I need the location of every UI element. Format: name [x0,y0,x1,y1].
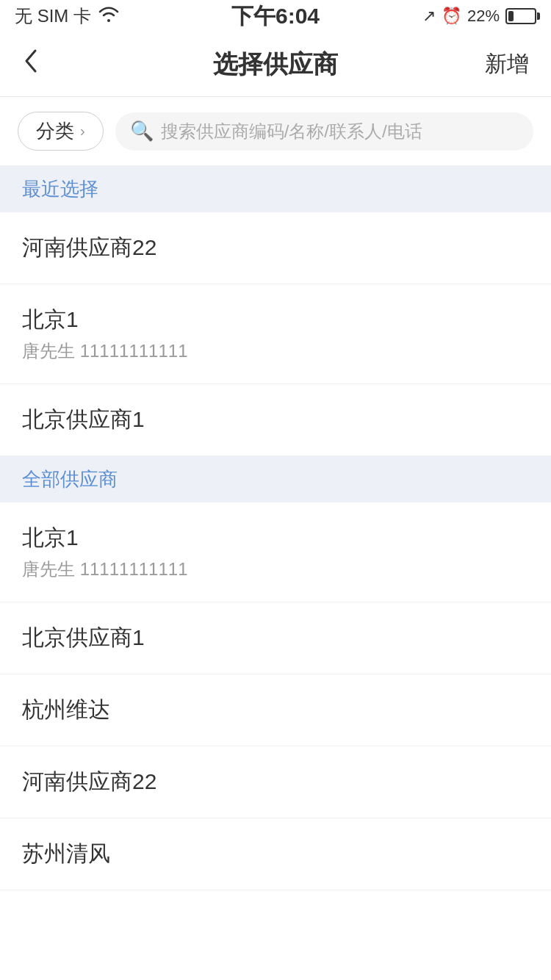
carrier-label: 无 SIM 卡 [15,4,91,28]
all-section-header: 全部供应商 [0,456,551,502]
status-time: 下午6:04 [231,1,320,32]
item-name: 北京供应商1 [22,405,529,435]
all-section-label: 全部供应商 [22,468,118,490]
search-placeholder: 搜索供应商编码/名称/联系人/电话 [161,120,422,143]
item-contact: 唐先生 11111111111 [22,558,529,581]
recent-section-header: 最近选择 [0,166,551,212]
item-name: 北京供应商1 [22,623,529,653]
back-button[interactable] [22,46,66,82]
item-name: 杭州维达 [22,695,529,725]
location-icon: ↗ [422,7,436,26]
all-suppliers-list: 北京1唐先生 11111111111北京供应商1杭州维达河南供应商22苏州清风 [0,502,551,890]
list-item[interactable]: 河南供应商22 [0,212,551,284]
list-item[interactable]: 苏州清风 [0,818,551,890]
item-contact: 唐先生 11111111111 [22,339,529,363]
item-name: 河南供应商22 [22,233,529,263]
status-left: 无 SIM 卡 [15,4,119,28]
alarm-icon: ⏰ [442,7,461,26]
nav-bar: 选择供应商 新增 [0,32,551,97]
battery-icon [505,8,536,24]
recent-section-label: 最近选择 [22,178,98,200]
item-name: 河南供应商22 [22,767,529,797]
recent-list: 河南供应商22北京1唐先生 11111111111北京供应商1 [0,212,551,456]
list-item[interactable]: 河南供应商22 [0,746,551,818]
item-name: 北京1 [22,305,529,335]
chevron-right-icon: › [80,123,85,140]
wifi-icon [98,6,119,26]
status-bar: 无 SIM 卡 下午6:04 ↗ ⏰ 22% [0,0,551,32]
page-title: 选择供应商 [213,48,338,82]
status-right: ↗ ⏰ 22% [422,7,536,26]
list-item[interactable]: 北京1唐先生 11111111111 [0,502,551,602]
category-label: 分类 [36,118,74,144]
list-item[interactable]: 北京供应商1 [0,384,551,456]
category-button[interactable]: 分类 › [18,112,104,151]
item-name: 苏州清风 [22,839,529,869]
battery-label: 22% [467,7,500,26]
list-item[interactable]: 北京供应商1 [0,602,551,674]
filter-bar: 分类 › 🔍 搜索供应商编码/名称/联系人/电话 [0,97,551,166]
add-button[interactable]: 新增 [485,49,529,79]
list-item[interactable]: 北京1唐先生 11111111111 [0,284,551,384]
list-item[interactable]: 杭州维达 [0,674,551,746]
search-box[interactable]: 🔍 搜索供应商编码/名称/联系人/电话 [115,112,533,151]
item-name: 北京1 [22,523,529,553]
search-icon: 🔍 [130,120,154,143]
